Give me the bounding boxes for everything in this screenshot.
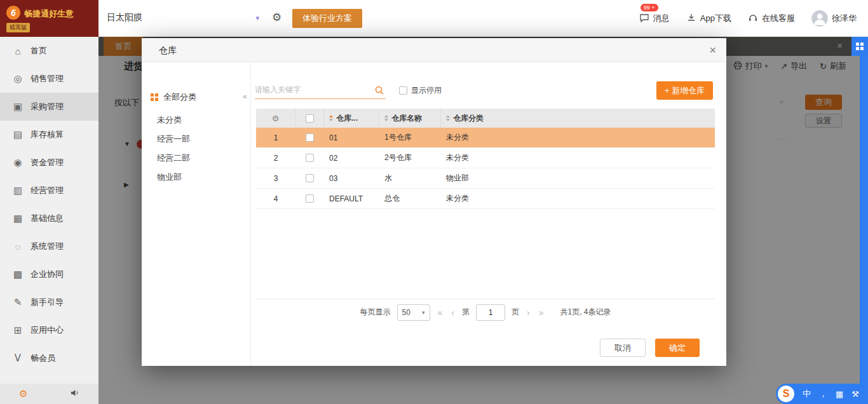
panel-collapse-icon[interactable]: « <box>243 91 247 101</box>
category-all[interactable]: 全部分类 <box>151 91 196 103</box>
category-all-label: 全部分类 <box>163 91 196 103</box>
sidebar-item-system[interactable]: ◌系统管理 <box>0 232 98 260</box>
sidebar-item-purchase[interactable]: ▣采购管理 <box>0 93 98 121</box>
layout-grid-button[interactable] <box>851 37 868 56</box>
category-item[interactable]: 未分类 <box>157 114 182 126</box>
table-row[interactable]: 1 01 1号仓库 未分类 <box>256 128 715 148</box>
sidebar-item-funds[interactable]: ◉资金管理 <box>0 149 98 177</box>
close-icon[interactable]: × <box>709 38 716 62</box>
sidebar-item-label: 畅会员 <box>31 353 55 364</box>
messages-button[interactable]: 99 + 消息 <box>639 13 670 25</box>
table-row[interactable]: 2 02 2号仓库 未分类 <box>256 148 715 168</box>
settings-gear-icon[interactable]: ⚙ <box>272 11 281 24</box>
ime-toolbox-icon[interactable]: ⚒ <box>851 389 859 399</box>
table-row[interactable]: 3 03 水 物业部 <box>256 168 715 189</box>
category-item[interactable]: 经营一部 <box>157 133 190 145</box>
brand-title: 畅捷通好生意 <box>24 8 74 20</box>
sidebar-item-sales[interactable]: ◎销售管理 <box>0 65 98 93</box>
show-disabled-checkbox[interactable] <box>399 86 407 95</box>
row-checkbox[interactable] <box>306 133 314 142</box>
cancel-button[interactable]: 取消 <box>600 339 646 357</box>
row-index: 2 <box>256 148 295 168</box>
per-page-label: 每页显示 <box>360 307 391 318</box>
prev-page-button[interactable]: ‹ <box>450 307 456 318</box>
company-name: 日太阳膜 <box>107 12 142 24</box>
row-checkbox-cell <box>295 128 324 147</box>
search-input[interactable] <box>255 81 369 98</box>
app-root: 6 畅捷通好生意 精英版 日太阳膜 ▾ ⚙ 体验行业方案 99 + 消息 App… <box>0 0 868 404</box>
search-icon[interactable] <box>374 85 384 98</box>
sidebar-item-app-center[interactable]: ⊞应用中心 <box>0 316 98 344</box>
online-service-label: 在线客服 <box>762 13 795 24</box>
user-menu[interactable]: 徐泽华 <box>811 10 857 27</box>
row-code: 01 <box>324 128 379 147</box>
row-checkbox-cell <box>295 148 324 168</box>
column-category[interactable]: 仓库分类 <box>441 109 715 128</box>
row-category: 未分类 <box>441 189 715 208</box>
sidebar-item-member[interactable]: Ⅴ畅会员 <box>0 344 98 372</box>
table-row[interactable]: 4 DEFAULT 总仓 未分类 <box>256 189 715 209</box>
sidebar-item-label: 资金管理 <box>31 157 64 168</box>
purchase-icon: ▣ <box>13 101 23 112</box>
app-download-button[interactable]: App下载 <box>686 13 731 25</box>
add-warehouse-button[interactable]: + 新增仓库 <box>656 81 713 100</box>
row-code: DEFAULT <box>324 189 379 208</box>
sidebar-footer: ⚙ <box>0 384 98 404</box>
per-page-value: 50 <box>402 308 410 317</box>
sidebar-item-label: 销售管理 <box>31 73 64 84</box>
row-name: 总仓 <box>379 189 441 208</box>
sidebar-item-operations[interactable]: ▥经营管理 <box>0 177 98 205</box>
messages-label: 消息 <box>653 13 670 24</box>
ime-logo-icon[interactable]: S <box>778 386 794 402</box>
row-checkbox[interactable] <box>306 174 314 182</box>
last-page-button[interactable]: » <box>538 307 545 318</box>
company-select[interactable]: 日太阳膜 ▾ <box>107 12 259 24</box>
per-page-select[interactable]: 50 ▾ <box>397 304 430 321</box>
row-index: 1 <box>256 128 295 147</box>
speaker-icon[interactable] <box>70 388 79 400</box>
row-checkbox[interactable] <box>306 154 314 162</box>
sidebar-item-home[interactable]: ⌂首页 <box>0 37 98 65</box>
sidebar-item-basic-info[interactable]: ▦基础信息 <box>0 205 98 232</box>
column-settings[interactable]: ⚙ <box>256 109 295 128</box>
app-download-label: App下载 <box>700 13 731 24</box>
column-code[interactable]: 仓库... <box>324 109 379 128</box>
message-bubble-icon <box>639 13 649 25</box>
sidebar-item-label: 经营管理 <box>31 185 64 196</box>
ime-keyboard-icon[interactable]: ▦ <box>836 389 843 399</box>
headset-icon <box>748 13 758 25</box>
category-item[interactable]: 经营二部 <box>157 152 190 164</box>
sidebar-item-label: 首页 <box>31 45 47 57</box>
sidebar-item-guide[interactable]: ✎新手引导 <box>0 288 98 316</box>
ime-punctuation-icon[interactable]: ， <box>819 388 827 400</box>
trial-plan-button[interactable]: 体验行业方案 <box>292 9 362 28</box>
ime-language-icon[interactable]: 中 <box>803 388 811 400</box>
first-page-button[interactable]: « <box>437 307 444 318</box>
member-icon: Ⅴ <box>13 353 23 364</box>
select-all-checkbox[interactable] <box>306 114 314 123</box>
row-checkbox[interactable] <box>306 194 314 203</box>
column-name[interactable]: 仓库名称 <box>379 109 441 128</box>
show-disabled-toggle[interactable]: 显示停用 <box>399 85 442 96</box>
page-prefix-label: 第 <box>462 307 470 318</box>
sidebar-item-collaboration[interactable]: ▩企业协同 <box>0 260 98 288</box>
funds-icon: ◉ <box>13 157 23 168</box>
dialog-header: 仓库 × <box>142 38 726 62</box>
home-icon: ⌂ <box>13 46 23 57</box>
next-page-button[interactable]: › <box>526 307 531 318</box>
page-number-input[interactable] <box>476 304 505 321</box>
confirm-button[interactable]: 确定 <box>655 339 700 357</box>
sidebar-item-inventory[interactable]: ▤库存核算 <box>0 121 98 149</box>
online-service-button[interactable]: 在线客服 <box>748 13 795 25</box>
dialog-title: 仓库 <box>159 38 177 62</box>
chevron-down-icon: ▾ <box>255 14 259 22</box>
row-name: 2号仓库 <box>379 148 441 168</box>
table-header: ⚙ 仓库... 仓库名称 仓库分类 <box>256 109 715 128</box>
sort-icon <box>384 115 388 121</box>
warehouse-table: ⚙ 仓库... 仓库名称 仓库分类 1 <box>256 109 715 209</box>
right-scrollbar[interactable] <box>860 56 868 404</box>
sidebar-gear-icon[interactable]: ⚙ <box>19 388 27 400</box>
basic-info-icon: ▦ <box>13 213 23 224</box>
sidebar-item-label: 企业协同 <box>31 269 64 280</box>
category-item[interactable]: 物业部 <box>157 172 182 183</box>
